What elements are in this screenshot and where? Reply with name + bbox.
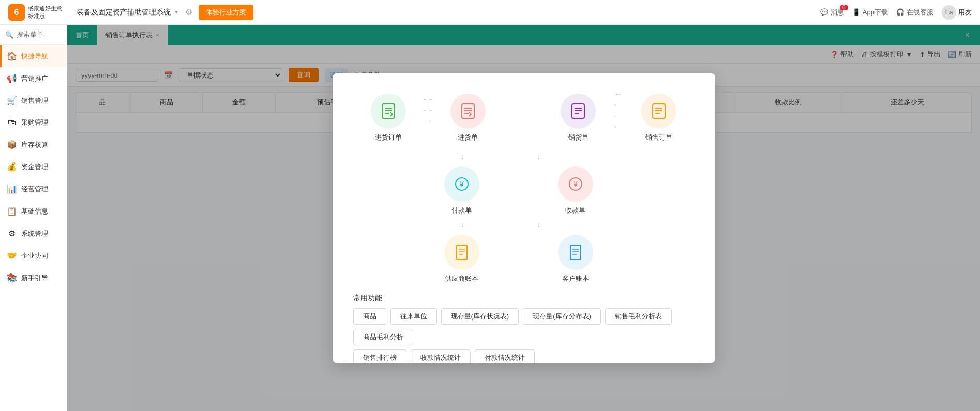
home-icon: 🏠 [7,51,17,61]
sales-order-icon [641,94,676,129]
sidebar-item-basic-info[interactable]: 📋 基础信息 [0,200,67,222]
sidebar-item-marketing[interactable]: 📢 营销推广 [0,67,67,89]
quick-nav-modal: 进货订单 - - - - → 进货单 [333,73,715,363]
newbie-icon: 📚 [7,273,17,283]
help-icon: ❓ [830,51,838,58]
system-title: 装备及固定资产辅助管理系统 ▼ [77,8,179,17]
online-service-button[interactable]: 🎧 在线客服 [896,8,933,17]
tab-bar-end: × [955,31,980,40]
system-dropdown-arrow[interactable]: ▼ [174,9,179,15]
message-button[interactable]: 💬 消息 6 [820,8,844,17]
tab-home[interactable]: 首页 [67,25,97,45]
svg-rect-24 [570,245,581,260]
user-area[interactable]: Ea 用友 [942,5,972,20]
topbar-right: 💬 消息 6 📱 App下载 🎧 在线客服 Ea 用友 [820,5,972,20]
print-icon: 🖨 [861,51,868,58]
sidebar-item-enterprise[interactable]: 🤝 企业协同 [0,245,67,267]
avatar: Ea [942,5,956,20]
logo-icon: 6 [8,4,25,21]
sidebar-item-newbie[interactable]: 📚 新手引导 [0,267,67,289]
sidebar-item-sales[interactable]: 🛒 销售管理 [0,89,67,112]
quick-buttons-container: 商品 往来单位 现存量(库存状况表) 现存量(库存分布表) 销售毛利分析表 商品… [353,308,695,345]
quick-btn-receipt-stats[interactable]: 收款情况统计 [411,349,471,363]
tab-sales-order[interactable]: 销售订单执行表 × [97,25,168,45]
logo-area: 6 畅康通好生意 标准版 [8,4,70,21]
sales-icon: 🛒 [7,96,17,105]
quick-btn-stock-dist[interactable]: 现存量(库存分布表) [523,308,601,325]
flow-item-payment[interactable]: ¥ 付款单 [426,166,498,215]
marketing-icon: 📢 [7,73,17,83]
flow-diagram: 进货订单 - - - - → 进货单 [353,89,695,283]
quick-title: 常用功能 [353,294,695,303]
status-select[interactable]: 单据状态 [179,68,282,82]
quick-btn-contacts[interactable]: 往来单位 [390,308,437,325]
flow-item-supplier-ledger[interactable]: 供应商账本 [426,235,498,283]
enterprise-icon: 🤝 [7,251,17,261]
svg-rect-20 [457,245,467,260]
user-label: 用友 [958,8,972,17]
sales-bill-icon [561,94,596,129]
window-close-icon[interactable]: × [961,31,974,39]
query-button[interactable]: 查询 [289,68,319,82]
service-icon: 🎧 [896,8,904,16]
col-pin: 品 [76,93,130,113]
search-menu-button[interactable]: 🔍 搜索菜单 [0,25,67,45]
calendar-icon[interactable]: 📅 [164,71,173,79]
tab-bar: 首页 销售订单执行表 × × [67,25,980,45]
flow-item-purchase-order[interactable]: 进货订单 [353,94,424,142]
gear-icon[interactable]: ⚙ [185,7,192,17]
logo-text: 畅康通好生意 标准版 [28,5,62,20]
system-icon: ⚙ [7,229,17,238]
app-download-button[interactable]: 📱 App下载 [852,8,888,17]
print-dropdown-icon: ▼ [906,51,912,58]
message-icon: 💬 [820,8,828,16]
quick-btn-sales-rank[interactable]: 销售排行榜 [353,349,406,363]
flow-row-1: 进货订单 - - - - → 进货单 [353,89,695,147]
search-icon: 🔍 [5,31,13,39]
col-days-left: 还差多少天 [843,93,971,113]
quick-functions-section: 常用功能 商品 往来单位 现存量(库存状况表) 现存量(库存分布表) 销售毛利分… [353,294,695,363]
sidebar-item-system[interactable]: ⚙ 系统管理 [0,222,67,245]
quick-btn-goods[interactable]: 商品 [353,308,386,325]
tab-close-icon[interactable]: × [156,32,159,39]
template-print-button[interactable]: 🖨 按模板打印 ▼ [861,50,912,59]
payment-icon: ¥ [444,166,479,202]
inventory-icon: 📦 [7,140,17,149]
help-button[interactable]: ❓ 帮助 [830,50,854,59]
date-input[interactable] [76,69,158,82]
flow-item-customer-ledger[interactable]: 客户账本 [539,235,612,283]
flow-item-sales-order[interactable]: 销售订单 [624,94,694,142]
customer-ledger-icon [558,235,593,270]
quick-btn-payment-stats[interactable]: 付款情况统计 [475,349,535,363]
finance-icon: 💰 [7,162,17,172]
quick-btn-stock-status[interactable]: 现存量(库存状况表) [441,308,519,325]
sidebar: 🔍 搜索菜单 🏠 快捷导航 📢 营销推广 🛒 销售管理 🛍 采购管理 📦 [0,25,67,411]
arrow-2: ← - - - [613,89,624,147]
sidebar-item-finance[interactable]: 💰 资金管理 [0,156,67,178]
content-area: 首页 销售订单执行表 × × ❓ 帮助 🖨 [67,25,980,411]
flow-row-2: ¥ 付款单 ¥ 收款单 [353,166,695,215]
quick-btn-sales-profit[interactable]: 销售毛利分析表 [605,308,672,325]
sidebar-item-inventory[interactable]: 📦 库存核算 [0,133,67,156]
svg-text:¥: ¥ [573,180,578,188]
flow-item-purchase-bill[interactable]: 进货单 [433,94,503,142]
quick-buttons-row2: 销售排行榜 收款情况统计 付款情况统计 [353,349,695,363]
col-receipt-ratio: 收款比例 [733,93,843,113]
trial-button[interactable]: 体验行业方案 [199,5,253,20]
download-icon: 📱 [852,8,861,16]
sidebar-item-purchase[interactable]: 🛍 采购管理 [0,112,67,133]
export-button[interactable]: ⬆ 导出 [919,50,941,59]
supplier-ledger-icon [444,235,479,270]
flow-item-sales-bill[interactable]: 销货单 [543,94,613,142]
flow-row-3: 供应商账本 客户账本 [353,235,695,283]
toolbar: ❓ 帮助 🖨 按模板打印 ▼ ⬆ 导出 🔄 刷新 [67,45,980,64]
operations-icon: 📊 [7,184,17,194]
sidebar-item-quick-nav[interactable]: 🏠 快捷导航 [0,45,67,67]
receipt-icon: ¥ [558,166,593,202]
quick-btn-goods-profit[interactable]: 商品毛利分析 [353,329,413,345]
refresh-button[interactable]: 🔄 刷新 [948,50,972,59]
flow-item-receipt[interactable]: ¥ 收款单 [539,166,612,215]
sidebar-item-operations[interactable]: 📊 经营管理 [0,178,67,200]
col-amount: 金额 [203,93,276,113]
message-badge: 6 [840,5,848,10]
